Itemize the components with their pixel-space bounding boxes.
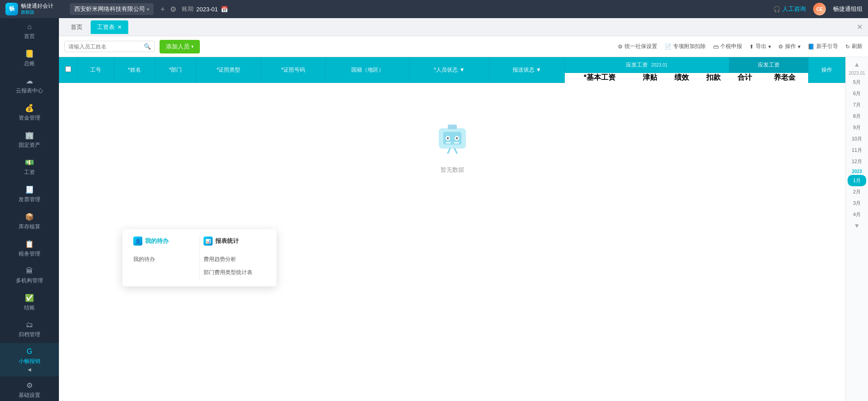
dropdown-item-my-todo[interactable]: 我的待办 [133, 253, 196, 266]
timeline-month-aug[interactable]: 8月 [846, 111, 868, 122]
panel-close-button[interactable]: ✕ [857, 23, 863, 31]
export-icon: ⬆ [749, 43, 754, 50]
year-header-label: 2023.01 [651, 63, 668, 68]
sidebar-item-basic-settings[interactable]: ⚙ 基础设置 [0, 377, 59, 401]
new-guide-action[interactable]: 📘 新手引导 [808, 43, 838, 50]
sidebar-item-home[interactable]: ⌂ 首页 [0, 18, 59, 45]
timeline-month-sep[interactable]: 9月 [846, 122, 868, 133]
timeline-month-may[interactable]: 5月 [846, 77, 868, 88]
logo-area: 畅 畅捷通好会计 旗舰版 [5, 3, 64, 15]
sidebar-item-label: 首页 [24, 33, 35, 40]
timeline-month-apr[interactable]: 4月 [846, 209, 868, 220]
op-chevron-icon: ▾ [798, 43, 800, 50]
timeline-month-jun[interactable]: 6月 [846, 88, 868, 99]
settings-icon[interactable]: ⚙ [170, 5, 176, 14]
top-bar: 畅 畅捷通好会计 旗舰版 西安虾米网络科技有限公司 ▾ ＋ ⚙ 账期 2023-… [0, 0, 868, 18]
tab-close-icon[interactable]: ✕ [117, 24, 122, 30]
support-label: 人工咨询 [782, 5, 806, 13]
timeline-prev-button[interactable]: ▲ [846, 59, 868, 70]
sidebar-item-settlement[interactable]: ✅ 结账 [0, 289, 59, 316]
sidebar-item-xiaochang[interactable]: G 小畅报销 ◀ [0, 343, 59, 377]
timeline-next-button[interactable]: ▼ [846, 220, 868, 231]
table-timeline-wrapper: 工号 *姓名 *部门 *证照类型 *证照号码 国籍（地区） *人员状态 ▼ [59, 57, 868, 401]
export-action[interactable]: ⬆ 导出 ▾ [749, 43, 771, 50]
period-label: 账期 [182, 5, 194, 13]
sidebar-item-ledger[interactable]: 📒 总账 [0, 45, 59, 72]
th-allowance: 津贴 [635, 73, 666, 83]
select-all-checkbox[interactable] [65, 66, 71, 72]
logo-text-block: 畅捷通好会计 旗舰版 [21, 3, 53, 15]
sidebar-item-payroll[interactable]: 💵 工资 [0, 154, 59, 181]
timeline-active-year: 2023 [846, 168, 868, 175]
main-layout: ⌂ 首页 📒 总账 ☁ 云报表中心 💰 资金管理 🏢 固定资产 💵 工资 🧾 发… [0, 18, 868, 401]
add-employee-button[interactable]: 添加人员 ▾ [160, 40, 200, 53]
sidebar-item-label: 库存核算 [19, 223, 40, 231]
sidebar-item-label: 发票管理 [19, 196, 40, 203]
sidebar-item-fixed-assets[interactable]: 🏢 固定资产 [0, 126, 59, 154]
th-status[interactable]: *人员状态 ▼ [409, 58, 489, 83]
support-button[interactable]: 🎧 人工咨询 [773, 5, 806, 13]
dropdown-overlay: 👤 我的待办 我的待办 📊 报表统计 [122, 229, 276, 286]
period-value: 2023-01 [196, 6, 218, 13]
export-chevron-icon: ▾ [768, 43, 771, 50]
th-id-no: *证照号码 [261, 58, 325, 83]
social-security-action[interactable]: ⚙ 统一社保设置 [618, 43, 657, 50]
timeline-month-jan-active[interactable]: 1月 [848, 175, 866, 186]
content-area: 首页 工资表 ✕ ✕ 🔍 添加人员 ▾ ⚙ 统一社 [59, 18, 868, 401]
sidebar-item-invoice[interactable]: 🧾 发票管理 [0, 181, 59, 208]
tax-report-action[interactable]: 🗃 个税申报 [713, 43, 742, 50]
inventory-icon: 📦 [25, 213, 34, 221]
company-selector[interactable]: 西安虾米网络科技有限公司 ▾ [70, 3, 154, 15]
sidebar-item-archive[interactable]: 🗂 归档管理 [0, 316, 59, 343]
operation-action[interactable]: ⚙ 操作 ▾ [778, 43, 800, 50]
dropdown-item-cost-trend[interactable]: 费用趋势分析 [204, 253, 266, 266]
fixed-assets-icon: 🏢 [25, 131, 34, 140]
add-chevron-icon: ▾ [191, 44, 194, 49]
calendar-icon[interactable]: 📅 [221, 6, 228, 13]
timeline-month-mar[interactable]: 3月 [846, 198, 868, 209]
tab-payroll[interactable]: 工资表 ✕ [91, 20, 128, 34]
refresh-action[interactable]: ↻ 刷新 [845, 43, 863, 50]
tax-icon: 📋 [25, 240, 34, 248]
toolbar-actions: ⚙ 统一社保设置 📄 专项附加扣除 🗃 个税申报 ⬆ 导出 ▾ ⚙ [618, 43, 863, 50]
empty-illustration [434, 119, 470, 157]
sidebar-item-tax[interactable]: 📋 税务管理 [0, 235, 59, 262]
search-input[interactable] [68, 43, 142, 50]
sidebar-item-inventory[interactable]: 📦 库存核算 [0, 208, 59, 235]
empty-text: 暂无数据 [441, 166, 464, 174]
sidebar-item-multi-org[interactable]: 🏛 多机构管理 [0, 262, 59, 289]
timeline-month-feb[interactable]: 2月 [846, 186, 868, 198]
logo-char: 畅 [9, 5, 15, 13]
filter-icon: ▼ [460, 67, 465, 73]
special-deduct-icon: 📄 [664, 43, 671, 50]
toolbar: 🔍 添加人员 ▾ ⚙ 统一社保设置 📄 专项附加扣除 🗃 个税申报 [59, 36, 868, 57]
th-nationality: 国籍（地区） [325, 58, 409, 83]
timeline-month-jul[interactable]: 7月 [846, 99, 868, 111]
timeline-month-nov[interactable]: 11月 [846, 145, 868, 156]
timeline-month-dec[interactable]: 12月 [846, 156, 868, 167]
filter2-icon: ▼ [536, 67, 541, 73]
sidebar-item-cloud-reports[interactable]: ☁ 云报表中心 [0, 72, 59, 99]
sidebar-item-label: 资金管理 [19, 114, 40, 122]
chevron-down-icon: ▾ [147, 7, 149, 12]
svg-rect-7 [454, 142, 459, 144]
add-icon[interactable]: ＋ [159, 5, 166, 14]
avatar: CE [813, 3, 826, 15]
timeline-year-2023-label: 2023.01 [846, 70, 868, 77]
timeline-month-oct[interactable]: 10月 [846, 133, 868, 145]
tab-home[interactable]: 首页 [64, 20, 89, 34]
th-report-status[interactable]: 报送状态 ▼ [490, 58, 565, 83]
sidebar-item-label: 工资 [24, 169, 35, 176]
sidebar-item-funds[interactable]: 💰 资金管理 [0, 99, 59, 126]
sidebar-item-label: 基础设置 [19, 391, 40, 399]
refresh-icon: ↻ [845, 43, 850, 50]
th-operation: 操作 [809, 58, 845, 83]
cloud-icon: ☁ [26, 77, 33, 85]
table-container: 工号 *姓名 *部门 *证照类型 *证照号码 国籍（地区） *人员状态 ▼ [59, 57, 845, 401]
special-deduct-action[interactable]: 📄 专项附加扣除 [664, 43, 706, 50]
dropdown-item-dept-cost[interactable]: 部门费用类型统计表 [204, 266, 266, 279]
th-checkbox[interactable] [59, 58, 78, 83]
search-icon[interactable]: 🔍 [144, 43, 151, 50]
payroll-icon: 💵 [25, 158, 34, 167]
sidebar-item-label: 云报表中心 [16, 87, 43, 95]
